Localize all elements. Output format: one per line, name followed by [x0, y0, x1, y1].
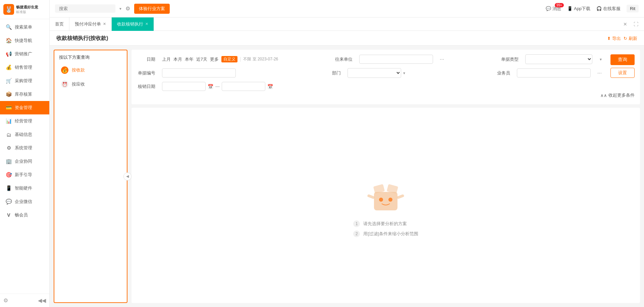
tab-home[interactable]: 首页	[50, 17, 69, 31]
shortcut-this-year[interactable]: 本年	[185, 56, 194, 62]
shortcut-this-month[interactable]: 本月	[173, 56, 182, 62]
doc-num-label: 单据编号	[137, 70, 155, 76]
refresh-label: 刷新	[629, 36, 637, 42]
filter-item-label: 按应收	[72, 81, 85, 87]
tab-receipt-label: 收款核销执行	[117, 21, 143, 27]
doc-num-input[interactable]	[162, 68, 236, 78]
shortcut-7days[interactable]: 近7天	[196, 56, 207, 62]
sidebar-item-label: 搜索菜单	[15, 24, 32, 30]
tab-prepay[interactable]: 预付冲应付单 ✕	[69, 17, 112, 31]
sidebar-item-system[interactable]: ⚙ 系统管理	[0, 141, 49, 155]
export-button[interactable]: ⬆ 导出	[607, 36, 621, 42]
form-row-2: 单据编号 部门 ▾	[137, 68, 602, 78]
date-range: 2023-03-01 📅 — 2023-07-21 📅	[162, 82, 273, 91]
sidebar-item-label: 销售管理	[15, 64, 32, 70]
logo-area: 🐰 畅捷通好生意 标准版	[0, 0, 49, 19]
sidebar-item-guide[interactable]: 🎯 新手引导	[0, 168, 49, 182]
hardware-icon: 📱	[5, 185, 12, 192]
hint-text-2: 用[过滤]条件来缩小分析范围	[363, 231, 418, 237]
sidebar-item-marketing[interactable]: 📢 营销推广	[0, 47, 49, 61]
sales-icon: 💰	[5, 64, 12, 71]
svg-rect-0	[374, 192, 397, 210]
collapse-more-button[interactable]: ∧∧ 收起更多条件	[600, 92, 635, 98]
sidebar-item-inventory[interactable]: 📦 库存核算	[0, 88, 49, 101]
tab-prepay-close-icon[interactable]: ✕	[103, 22, 106, 26]
service-label: 在线客服	[603, 6, 621, 12]
write-off-date-label: 核销日期	[137, 84, 155, 90]
tab-receipt-write-off[interactable]: 收款核销执行 ✕	[112, 17, 154, 31]
partner-input[interactable]	[359, 55, 433, 64]
sidebar-item-wechat[interactable]: 💬 企业微信	[0, 195, 49, 208]
message-badge: 99+	[555, 3, 564, 7]
sidebar-item-member[interactable]: V 畅会员	[0, 208, 49, 222]
dropdown-arrow-icon[interactable]: ▾	[119, 6, 121, 11]
tab-receipt-close-icon[interactable]: ✕	[145, 22, 148, 26]
sidebar-item-ops[interactable]: 📊 经营管理	[0, 114, 49, 128]
message-button[interactable]: 💬 消息 99+	[546, 6, 561, 12]
filter-item-by-receipt[interactable]: 💰 按收款	[54, 63, 127, 77]
online-service-button[interactable]: 🎧 在线客服	[596, 6, 621, 12]
close-tab-icon[interactable]: ✕	[621, 19, 630, 29]
settings-button[interactable]: 设置	[610, 68, 635, 78]
filter-item-by-receivable[interactable]: ⏰ 按应收	[54, 77, 127, 91]
shortcut-last-month[interactable]: 上月	[162, 56, 171, 62]
topbar-right: 💬 消息 99+ 📱 App下载 🎧 在线客服 Rit	[546, 5, 639, 12]
sidebar-item-quick-nav[interactable]: 🏠 快捷导航	[0, 34, 49, 47]
doc-type-label: 单据类型	[500, 56, 519, 62]
doc-type-select[interactable]	[525, 54, 592, 64]
gear-icon[interactable]: ⚙	[125, 5, 130, 12]
app-download-button[interactable]: 📱 App下载	[567, 6, 590, 12]
empty-hint-1: 1 请先选择要分析的方案	[353, 220, 418, 227]
query-button[interactable]: 查询	[610, 54, 635, 65]
search-input[interactable]	[55, 4, 115, 13]
dept-label: 部门	[322, 70, 341, 76]
shortcut-custom[interactable]: 自定义	[221, 56, 237, 62]
staff-input[interactable]	[517, 68, 591, 78]
home-icon: 🏠	[5, 37, 12, 44]
date-label: 日期	[137, 56, 155, 62]
content-header: 收款核销执行(按收款) ⬆ 导出 ↻ 刷新	[50, 31, 644, 46]
refresh-button[interactable]: ↻ 刷新	[624, 36, 637, 42]
system-icon: ⚙	[5, 145, 12, 151]
svg-point-3	[379, 198, 383, 202]
date-unlimited-label: 不限 至 2023-07-26	[243, 56, 278, 62]
tab-prepay-label: 预付冲应付单	[75, 21, 101, 27]
collapse-sidebar-icon[interactable]: ◀◀	[38, 297, 46, 304]
sidebar-item-label: 系统管理	[15, 145, 32, 151]
sidebar-item-hardware[interactable]: 📱 智能硬件	[0, 182, 49, 195]
wechat-icon: 💬	[5, 198, 12, 205]
shortcut-more[interactable]: 更多	[210, 56, 219, 62]
expand-tab-icon[interactable]: ⛶	[631, 19, 641, 29]
dept-select[interactable]	[347, 68, 401, 78]
staff-more-icon[interactable]: ···	[597, 70, 602, 76]
sidebar-item-search[interactable]: 🔍 搜索菜单	[0, 20, 49, 34]
write-off-start-input[interactable]: 2023-03-01	[162, 82, 206, 91]
export-icon: ⬆	[607, 36, 611, 41]
user-profile[interactable]: Rit	[627, 5, 639, 12]
date-separator: —	[215, 84, 220, 89]
export-label: 导出	[612, 36, 621, 42]
sidebar-item-corp[interactable]: 🏢 企业协同	[0, 155, 49, 168]
empty-hint-2: 2 用[过滤]条件来缩小分析范围	[353, 231, 418, 237]
sidebar-item-sales[interactable]: 💰 销售管理	[0, 61, 49, 74]
solution-button[interactable]: 体验行业方案	[134, 4, 170, 14]
sidebar-item-purchase[interactable]: 🛒 采购管理	[0, 74, 49, 88]
sidebar: 🐰 畅捷通好生意 标准版 🔍 搜索菜单 🏠 快捷导航 📢 营销推广 💰 销售管理…	[0, 0, 50, 307]
form-actions: 查询 设置	[610, 54, 635, 91]
sidebar-item-base[interactable]: 🗂 基础信息	[0, 128, 49, 141]
topbar: ▾ ⚙ 体验行业方案 💬 消息 99+ 📱 App下载 🎧 在线客服 Rit	[50, 0, 644, 17]
filter-collapse-button[interactable]: ◀	[123, 172, 131, 181]
header-actions: ⬆ 导出 ↻ 刷新	[607, 36, 637, 42]
right-content: 日期 上月 本月 本年 近7天 更多 自定义 不限 至 2023-07-26	[131, 50, 640, 303]
settings-icon[interactable]: ⚙	[3, 297, 8, 304]
page-title: 收款核销执行(按收款)	[56, 35, 108, 42]
sidebar-item-label: 基础信息	[15, 132, 32, 138]
calendar-start-icon[interactable]: 📅	[208, 84, 213, 89]
write-off-end-input[interactable]: 2023-07-21	[222, 82, 265, 91]
inventory-icon: 📦	[5, 91, 12, 98]
calendar-end-icon[interactable]: 📅	[267, 84, 273, 89]
sidebar-item-finance[interactable]: 💳 资金管理	[0, 101, 49, 114]
filter-panel-title: 按以下方案查询	[54, 50, 127, 63]
partner-more-icon[interactable]: ···	[440, 56, 444, 62]
svg-point-4	[388, 198, 392, 202]
